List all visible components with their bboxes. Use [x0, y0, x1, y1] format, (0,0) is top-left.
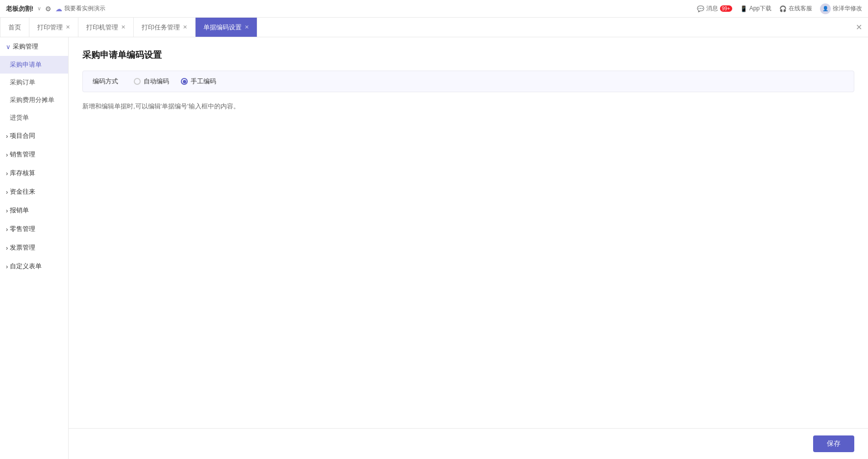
- sidebar-group-returns[interactable]: › 报销单: [0, 201, 68, 220]
- page-title: 采购申请单编码设置: [82, 49, 854, 61]
- tab-single-code-setting[interactable]: 单据编码设置 ✕: [196, 18, 257, 37]
- sidebar-group-invoice-mgmt-label: 发票管理: [10, 243, 35, 252]
- online-service-label: 在线客服: [789, 4, 812, 13]
- sidebar-item-purchase-requisition-label: 采购申请单: [10, 61, 42, 68]
- brand-chevron-icon[interactable]: ∨: [37, 5, 41, 12]
- save-button[interactable]: 保存: [813, 435, 854, 452]
- sidebar-item-purchase-expense[interactable]: 采购费用分摊单: [0, 91, 68, 109]
- tab-print-mgmt-close-icon[interactable]: ✕: [66, 24, 70, 30]
- chevron-right-icon-6: ›: [6, 226, 8, 233]
- sidebar-group-custom-forms[interactable]: › 自定义表单: [0, 257, 68, 276]
- top-bar: 老板勿割! ∨ ⚙ ☁ 我要看实例演示 💬 消息 99+ 📱 App下载 🎧 在…: [0, 0, 868, 18]
- tab-printer-mgmt-close-icon[interactable]: ✕: [121, 24, 125, 30]
- sidebar-group-custom-forms-label: 自定义表单: [10, 262, 42, 271]
- tab-printer-mgmt-label: 打印机管理: [86, 23, 118, 32]
- radio-auto-encoding[interactable]: 自动编码: [134, 77, 169, 86]
- sidebar-item-purchase-order-label: 采购订单: [10, 78, 35, 86]
- top-bar-right: 💬 消息 99+ 📱 App下载 🎧 在线客服 👤 徐泽华修改: [697, 3, 862, 14]
- sidebar: ∨ 采购管理 采购申请单 采购订单 采购费用分摊单 进货单 › 项目合同 › 销…: [0, 37, 69, 459]
- hint-text: 新增和编辑单据时,可以编辑'单据编号'输入框中的内容。: [82, 102, 854, 111]
- user-profile[interactable]: 👤 徐泽华修改: [820, 3, 862, 14]
- sidebar-item-purchase-requisition[interactable]: 采购申请单: [0, 56, 68, 74]
- message-button[interactable]: 💬 消息 99+: [697, 4, 732, 13]
- settings-gear-icon[interactable]: ⚙: [45, 5, 51, 13]
- tab-single-code-setting-label: 单据编码设置: [203, 23, 242, 32]
- sidebar-group-project-contract[interactable]: › 项目合同: [0, 127, 68, 145]
- tab-print-task-mgmt-label: 打印任务管理: [142, 23, 180, 32]
- sidebar-group-invoice-mgmt[interactable]: › 发票管理: [0, 238, 68, 257]
- sidebar-group-sales-mgmt-label: 销售管理: [10, 150, 35, 159]
- top-bar-left: 老板勿割! ∨ ⚙ ☁ 我要看实例演示: [6, 4, 105, 13]
- sidebar-group-inventory[interactable]: › 库存核算: [0, 164, 68, 182]
- sidebar-group-purchase-mgmt[interactable]: ∨ 采购管理: [0, 37, 68, 56]
- sidebar-group-returns-label: 报销单: [10, 206, 29, 215]
- sidebar-group-project-contract-label: 项目合同: [10, 131, 35, 140]
- message-badge: 99+: [720, 5, 732, 12]
- encoding-section: 编码方式 自动编码 手工编码: [82, 71, 854, 92]
- sidebar-group-funds-label: 资金往来: [10, 187, 35, 196]
- headset-icon: 🎧: [779, 5, 787, 12]
- user-name: 徐泽华修改: [833, 4, 862, 13]
- content-footer: 保存: [69, 428, 868, 459]
- tab-print-mgmt[interactable]: 打印管理 ✕: [29, 18, 78, 37]
- radio-auto-label: 自动编码: [144, 77, 169, 86]
- tab-single-code-setting-close-icon[interactable]: ✕: [245, 24, 249, 30]
- tab-bar-close-button[interactable]: ✕: [850, 18, 868, 37]
- sidebar-group-retail-mgmt-label: 零售管理: [10, 225, 35, 233]
- avatar: 👤: [820, 3, 831, 14]
- chevron-right-icon-4: ›: [6, 188, 8, 196]
- tab-print-mgmt-label: 打印管理: [37, 23, 63, 32]
- sidebar-item-receipt[interactable]: 进货单: [0, 109, 68, 127]
- message-icon: 💬: [697, 5, 704, 12]
- chevron-right-icon-3: ›: [6, 170, 8, 177]
- radio-auto-circle[interactable]: [134, 78, 141, 85]
- tab-print-task-mgmt[interactable]: 打印任务管理 ✕: [134, 18, 196, 37]
- tab-home-label: 首页: [8, 23, 21, 32]
- main-layout: ∨ 采购管理 采购申请单 采购订单 采购费用分摊单 进货单 › 项目合同 › 销…: [0, 37, 868, 459]
- sidebar-group-funds[interactable]: › 资金往来: [0, 182, 68, 201]
- sidebar-item-receipt-label: 进货单: [10, 114, 29, 121]
- app-download-icon: 📱: [740, 5, 747, 12]
- app-download-button[interactable]: 📱 App下载: [740, 4, 771, 13]
- chevron-right-icon-7: ›: [6, 244, 8, 252]
- chevron-right-icon-2: ›: [6, 151, 8, 158]
- online-service-button[interactable]: 🎧 在线客服: [779, 4, 812, 13]
- tab-print-task-mgmt-close-icon[interactable]: ✕: [183, 24, 187, 30]
- chevron-right-icon: ›: [6, 132, 8, 140]
- sidebar-group-purchase-mgmt-label: 采购管理: [13, 42, 38, 51]
- chevron-right-icon-5: ›: [6, 207, 8, 214]
- radio-manual-label: 手工编码: [191, 77, 216, 86]
- cloud-icon: ☁: [55, 5, 62, 13]
- encoding-label: 编码方式: [93, 77, 118, 86]
- app-download-label: App下载: [749, 4, 771, 13]
- demo-text: 我要看实例演示: [64, 4, 105, 13]
- tab-home[interactable]: 首页: [0, 18, 29, 37]
- content-area: 采购申请单编码设置 编码方式 自动编码 手工编码 新增和编辑单据时,可以编辑'单…: [69, 37, 868, 459]
- brand-name: 老板勿割!: [6, 4, 33, 13]
- radio-manual-circle[interactable]: [181, 78, 188, 85]
- content-inner: 采购申请单编码设置 编码方式 自动编码 手工编码 新增和编辑单据时,可以编辑'单…: [69, 37, 868, 428]
- chevron-right-icon-8: ›: [6, 263, 8, 270]
- sidebar-item-purchase-order[interactable]: 采购订单: [0, 74, 68, 91]
- message-label: 消息: [706, 4, 718, 13]
- tab-printer-mgmt[interactable]: 打印机管理 ✕: [78, 18, 134, 37]
- chevron-down-icon: ∨: [6, 43, 11, 51]
- radio-manual-encoding[interactable]: 手工编码: [181, 77, 216, 86]
- sidebar-group-retail-mgmt[interactable]: › 零售管理: [0, 220, 68, 238]
- sidebar-group-inventory-label: 库存核算: [10, 169, 35, 178]
- sidebar-group-sales-mgmt[interactable]: › 销售管理: [0, 145, 68, 164]
- sidebar-item-purchase-expense-label: 采购费用分摊单: [10, 96, 54, 103]
- tab-bar: 首页 打印管理 ✕ 打印机管理 ✕ 打印任务管理 ✕ 单据编码设置 ✕ ✕: [0, 18, 868, 37]
- demo-link[interactable]: ☁ 我要看实例演示: [55, 4, 105, 13]
